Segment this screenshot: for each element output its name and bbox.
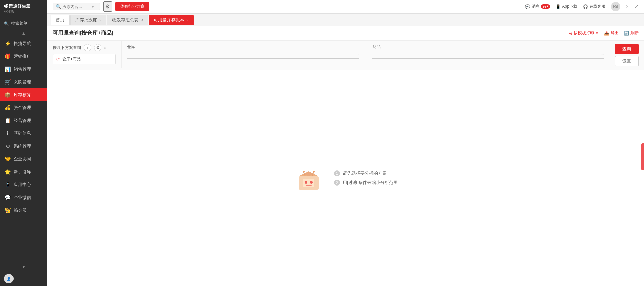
close-button[interactable]: × <box>626 4 629 10</box>
gear-icon: ⚙ <box>96 45 100 50</box>
sidebar-item-marketing[interactable]: 🎁 营销推广 <box>0 50 47 63</box>
sidebar-item-label: 采购管理 <box>14 79 31 85</box>
shortcut-icon: ⚡ <box>5 41 11 47</box>
tab-close-icon[interactable]: × <box>140 18 143 22</box>
print-button[interactable]: 🖨 按模板打印 ▼ <box>568 30 599 36</box>
sidebar-item-label: 销售管理 <box>14 66 31 72</box>
sidebar-item-label: 新手引导 <box>14 169 31 175</box>
scheme-item[interactable]: ⟳ 仓库+商品 <box>53 54 116 64</box>
trial-industry-button[interactable]: 体验行业方案 <box>115 2 149 11</box>
svg-rect-4 <box>303 179 314 187</box>
sidebar-item-membership[interactable]: 👑 畅会员 <box>0 204 47 217</box>
sidebar-nav: ⚡ 快捷导航 🎁 营销推广 📊 销售管理 🛒 采购管理 📦 库存核算 💰 资金管… <box>0 37 47 263</box>
tab-avail-stock[interactable]: 可用量库存账本 × <box>149 15 194 25</box>
filter-btns-col: 查询 设置 <box>610 41 644 70</box>
headset-icon: 🎧 <box>583 4 588 9</box>
right-scrollbar[interactable] <box>641 143 644 170</box>
chevron-down-icon[interactable]: ▼ <box>595 31 599 35</box>
topbar-right: 💬 消息 99+ 📱 App下载 🎧 在线客服 Rit × ⤢ <box>525 2 639 11</box>
sidebar-scroll-up[interactable]: ▲ <box>0 29 47 37</box>
star-icon: 🌟 <box>5 169 11 175</box>
goods-filter-field: 商品 ··· <box>372 44 604 59</box>
user-icon: Rit <box>613 4 618 9</box>
sidebar-item-label: 企业协同 <box>14 156 31 162</box>
warehouse-input-row: ··· <box>127 51 359 59</box>
app-logo: 畅康通好生意 标准版 <box>0 0 47 18</box>
sidebar-item-label: 基础信息 <box>14 130 31 136</box>
sidebar-item-onboarding[interactable]: 🌟 新手引导 <box>0 165 47 178</box>
tip-item-1: 1 请先选择要分析的方案 <box>334 170 398 176</box>
tab-close-icon[interactable]: × <box>99 18 101 22</box>
topbar-gear-button[interactable]: ⚙ <box>103 1 112 12</box>
sidebar-scroll-down[interactable]: ▼ <box>0 263 47 271</box>
sidebar-item-inventory[interactable]: 📦 库存核算 <box>0 88 47 101</box>
sidebar-item-app-center[interactable]: 📱 应用中心 <box>0 178 47 191</box>
cart-icon: 🛒 <box>5 79 11 85</box>
sidebar-item-label: 系统管理 <box>14 143 31 149</box>
sidebar-user-area[interactable]: 👤 <box>0 271 47 286</box>
sidebar-item-sales[interactable]: 📊 销售管理 <box>0 63 47 76</box>
sidebar-item-system[interactable]: ⚙ 系统管理 <box>0 140 47 153</box>
svg-point-9 <box>303 171 305 173</box>
page-header-actions: 🖨 按模板打印 ▼ 📤 导出 🔄 刷新 <box>568 30 639 36</box>
message-icon: 💬 <box>525 4 530 9</box>
sidebar-item-operations[interactable]: 📋 经营管理 <box>0 114 47 127</box>
empty-state: 1 请先选择要分析的方案 2 用[过滤]条件来缩小分析范围 <box>47 70 644 286</box>
tab-close-icon[interactable]: × <box>186 18 188 22</box>
filter-label: 按以下方案查询 <box>53 45 81 51</box>
online-service-label: 在线客服 <box>589 4 606 9</box>
tab-home[interactable]: 首页 <box>51 15 70 25</box>
export-button[interactable]: 📤 导出 <box>604 30 619 36</box>
topbar-search-input[interactable] <box>62 4 89 9</box>
sidebar-item-finance[interactable]: 💰 资金管理 <box>0 101 47 114</box>
app-download-button[interactable]: 📱 App下载 <box>556 4 577 9</box>
message-label: 消息 <box>532 4 540 9</box>
scheme-settings-button[interactable]: ⚙ <box>94 44 101 51</box>
money-icon: 💰 <box>5 105 11 111</box>
refresh-label: 刷新 <box>630 30 639 36</box>
settings-button[interactable]: 设置 <box>615 56 639 66</box>
tip-text-2: 用[过滤]条件来缩小分析范围 <box>343 180 398 186</box>
chevron-down-icon: ▼ <box>22 264 26 269</box>
tab-label: 首页 <box>56 17 65 23</box>
chevron-down-icon[interactable]: ▼ <box>91 5 95 9</box>
sidebar-item-enterprise[interactable]: 🤝 企业协同 <box>0 153 47 165</box>
tab-recv-account[interactable]: 收发存汇总表 × <box>107 15 148 25</box>
tip-text-1: 请先选择要分析的方案 <box>343 170 387 176</box>
print-icon: 🖨 <box>568 31 572 36</box>
sidebar-item-wechat[interactable]: 💬 企业微信 <box>0 191 47 204</box>
collapse-button[interactable]: « <box>104 45 107 50</box>
mobile-icon: 📱 <box>5 182 11 188</box>
add-scheme-button[interactable]: + <box>84 44 91 51</box>
page-title: 可用量查询(按仓库+商品) <box>53 30 113 37</box>
goods-label: 商品 <box>372 44 604 50</box>
goods-more-button[interactable]: ··· <box>601 52 604 57</box>
refresh-icon: 🔄 <box>624 31 629 36</box>
crown-icon: 👑 <box>5 207 11 213</box>
print-label: 按模板打印 <box>574 30 594 36</box>
warehouse-more-button[interactable]: ··· <box>355 52 359 57</box>
goods-input[interactable] <box>372 52 599 57</box>
refresh-button[interactable]: 🔄 刷新 <box>624 30 639 36</box>
warehouse-input[interactable] <box>127 52 354 57</box>
tip-number-1: 1 <box>334 170 340 176</box>
sidebar-item-shortcut[interactable]: ⚡ 快捷导航 <box>0 37 47 50</box>
topbar-search[interactable]: 🔍 ▼ <box>53 3 100 10</box>
tab-label: 可用量库存账本 <box>154 17 184 23</box>
user-avatar[interactable]: Rit <box>611 2 620 11</box>
tab-label: 库存批次账 <box>75 17 97 23</box>
sidebar-item-label: 企业微信 <box>14 194 31 201</box>
query-button[interactable]: 查询 <box>615 44 639 54</box>
expand-button[interactable]: ⤢ <box>634 3 639 10</box>
online-service-button[interactable]: 🎧 在线客服 <box>583 4 606 9</box>
tab-batch-account[interactable]: 库存批次账 × <box>70 15 106 25</box>
message-button[interactable]: 💬 消息 99+ <box>525 4 550 9</box>
info-icon: ℹ <box>5 130 11 136</box>
sidebar-item-search[interactable]: 🔍 搜索菜单 <box>0 18 47 29</box>
scheme-icon: ⟳ <box>56 57 60 62</box>
message-badge: 99+ <box>541 4 550 9</box>
tip-number-2: 2 <box>334 180 340 186</box>
sidebar-item-purchase[interactable]: 🛒 采购管理 <box>0 76 47 88</box>
sidebar-item-basic-info[interactable]: ℹ 基础信息 <box>0 127 47 140</box>
warehouse-filter-field: 仓库 ··· <box>127 44 359 59</box>
